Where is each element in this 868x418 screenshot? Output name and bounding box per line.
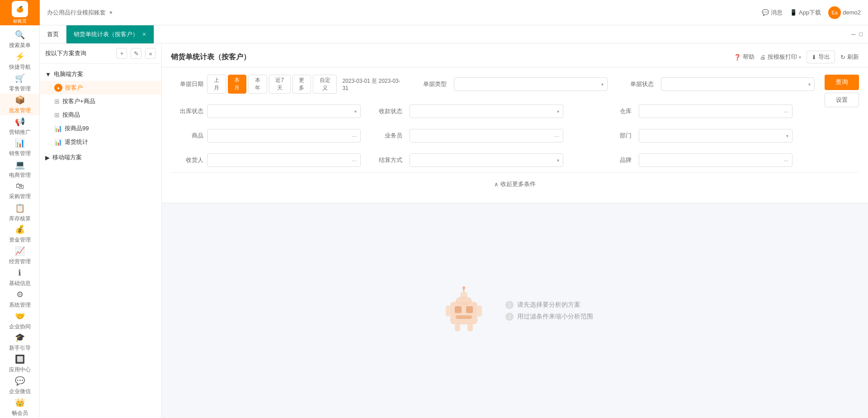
sidebar-item-system[interactable]: ⚙ 系统管理 <box>0 288 39 310</box>
help-btn[interactable]: ❓ 帮助 <box>734 53 755 61</box>
salesman-input[interactable]: ··· <box>410 129 563 142</box>
sidebar-item-apps[interactable]: 🔲 应用中心 <box>0 353 39 375</box>
date-btn-this-month[interactable]: 本月 <box>228 75 247 94</box>
by-customer-goods-icon: ⊞ <box>54 98 60 105</box>
dropdown-chevron-icon[interactable]: ▾ <box>109 9 113 16</box>
sidebar-item-search[interactable]: 🔍 搜索菜单 <box>0 29 39 51</box>
sidebar-item-operation[interactable]: 📈 经营管理 <box>0 245 39 267</box>
by-customer-label: 按客户 <box>65 84 83 92</box>
tab-close-icon[interactable]: ✕ <box>142 31 146 38</box>
tree-item-by-goods[interactable]: ⊞ 按商品 <box>40 108 161 122</box>
export-btn[interactable]: ⬇ 导出 <box>807 51 835 63</box>
apps-icon: 🔲 <box>15 354 25 364</box>
svg-rect-3 <box>456 315 472 319</box>
ship-status-input[interactable]: ▾ <box>207 104 361 118</box>
tab-sales-stat[interactable]: 销货单统计表（按客户） ✕ <box>66 25 154 43</box>
collapse-btn[interactable]: ∧ 收起更多条件 <box>491 176 539 192</box>
sidebar-item-basic[interactable]: ℹ 基础信息 <box>0 267 39 289</box>
receipt-chevron: ▾ <box>557 109 559 114</box>
warehouse-dots[interactable]: ··· <box>783 108 788 115</box>
hint-1-text: 请先选择要分析的方案 <box>517 301 580 309</box>
edit-scheme-btn[interactable]: ✎ <box>131 48 142 59</box>
query-button[interactable]: 查询 <box>825 75 859 90</box>
svg-point-11 <box>462 286 465 289</box>
add-scheme-btn[interactable]: ＋ <box>116 48 127 59</box>
tree-desktop-parent[interactable]: ▼ 电脑端方案 <box>40 67 161 81</box>
consignee-input[interactable]: ··· <box>207 153 361 167</box>
sidebar-item-purchase[interactable]: 🛍 采购管理 <box>0 180 39 202</box>
message-btn[interactable]: 💬 消息 <box>762 9 783 17</box>
sidebar-item-inventory[interactable]: 📋 库存核算 <box>0 202 39 223</box>
maximize-icon[interactable]: □ <box>859 31 863 38</box>
settlement-input[interactable]: ▾ <box>410 153 563 167</box>
date-btn-more[interactable]: 更多 <box>292 75 311 94</box>
sales-stat-tab-label: 销货单统计表（按客户） <box>74 30 138 38</box>
filter-area: 单据日期 上月 本月 本年 近7天 更多 自定义 2023-03-01 至 20… <box>162 67 868 203</box>
tab-actions: ─ □ <box>851 31 868 38</box>
date-btn-custom[interactable]: 自定义 <box>313 75 337 94</box>
tree-expand-icon: ▼ <box>45 71 51 78</box>
sidebar-item-quicknav[interactable]: ⚡ 快捷导航 <box>0 51 39 72</box>
brand-dots[interactable]: ··· <box>783 157 788 164</box>
sidebar-item-finance[interactable]: 💰 资金管理 <box>0 223 39 245</box>
refresh-btn[interactable]: ↻ 刷新 <box>840 53 859 61</box>
brand-label: 品牌 <box>599 156 635 164</box>
sidebar-item-wechat[interactable]: 💬 企业微信 <box>0 375 39 397</box>
operation-icon: 📈 <box>15 246 25 256</box>
left-panel: 按以下方案查询 ＋ ✎ « ▼ 电脑端方案 ● 按客户 <box>40 43 162 418</box>
order-status-label: 单据状态 <box>621 80 657 88</box>
tree-item-by-customer-goods[interactable]: ⊞ 按客户+商品 <box>40 95 161 108</box>
member-icon: 👑 <box>15 398 25 408</box>
order-status-input[interactable]: ▾ <box>661 77 815 91</box>
svg-rect-4 <box>446 305 450 317</box>
salesman-dots[interactable]: ··· <box>554 133 559 139</box>
collapse-panel-btn[interactable]: « <box>145 48 156 59</box>
sidebar-item-newbie[interactable]: 🎓 新手引导 <box>0 332 39 353</box>
hint-1-num: 1 <box>505 301 514 309</box>
tree-desktop-label: 电脑端方案 <box>54 70 83 78</box>
date-btn-this-year[interactable]: 本年 <box>248 75 267 94</box>
marketing-icon: 📢 <box>15 117 25 127</box>
sidebar-item-label: 系统管理 <box>9 301 31 309</box>
sidebar-item-ecommerce[interactable]: 💻 电商管理 <box>0 159 39 180</box>
tree-item-by-customer[interactable]: ● 按客户 <box>40 81 161 95</box>
date-btn-7days[interactable]: 近7天 <box>269 75 291 94</box>
quicknav-icon: ⚡ <box>15 52 25 62</box>
app-download-btn[interactable]: 📱 App下载 <box>790 9 821 17</box>
sidebar-item-label: 应用中心 <box>9 366 31 374</box>
left-panel-title: 按以下方案查询 <box>45 49 86 57</box>
receipt-status-input[interactable]: ▾ <box>410 104 563 118</box>
export-label: 导出 <box>818 53 830 61</box>
user-profile[interactable]: Ea demo2 <box>828 6 861 19</box>
goods-input[interactable]: ··· <box>207 129 361 142</box>
sidebar-item-marketing[interactable]: 📢 营销推广 <box>0 115 39 137</box>
sidebar-item-label: 资金管理 <box>9 236 31 244</box>
goods-dots[interactable]: ··· <box>352 133 357 139</box>
message-label: 消息 <box>771 9 783 17</box>
date-btn-last-month[interactable]: 上月 <box>207 75 226 94</box>
app-icon: 📱 <box>790 9 797 16</box>
brand-input[interactable]: ··· <box>639 153 793 167</box>
sidebar-item-retail[interactable]: 🛒 零售管理 <box>0 72 39 94</box>
set-button[interactable]: 设置 <box>825 93 859 107</box>
ship-chevron: ▾ <box>354 109 357 114</box>
sidebar-item-corp[interactable]: 🤝 企业协同 <box>0 310 39 332</box>
sidebar-item-sales[interactable]: 📊 销售管理 <box>0 137 39 159</box>
print-btn[interactable]: 🖨 按模板打印 ▾ <box>760 53 801 61</box>
sidebar-item-wholesale[interactable]: 📦 批发管理 <box>0 94 39 115</box>
sidebar-item-member[interactable]: 👑 畅会员 <box>0 396 39 418</box>
warehouse-input[interactable]: ··· <box>639 104 793 118</box>
by-customer-icon-inner: ● <box>57 86 60 90</box>
tab-home[interactable]: 首页 <box>40 25 66 43</box>
tree-item-return-stat[interactable]: 📊 退货统计 <box>40 135 161 149</box>
username: demo2 <box>843 9 861 16</box>
tree-mobile-parent[interactable]: ▶ 移动端方案 <box>40 151 161 164</box>
ecommerce-icon: 💻 <box>15 160 25 170</box>
tree-item-by-goods-99[interactable]: 📊 按商品99 <box>40 122 161 135</box>
dept-input[interactable]: ▾ <box>639 129 793 142</box>
minimize-icon[interactable]: ─ <box>851 31 855 38</box>
collapse-row: ∧ 收起更多条件 <box>171 172 859 195</box>
corp-icon: 🤝 <box>15 311 25 321</box>
consignee-dots[interactable]: ··· <box>352 157 357 164</box>
order-type-input[interactable]: ▾ <box>454 77 608 91</box>
